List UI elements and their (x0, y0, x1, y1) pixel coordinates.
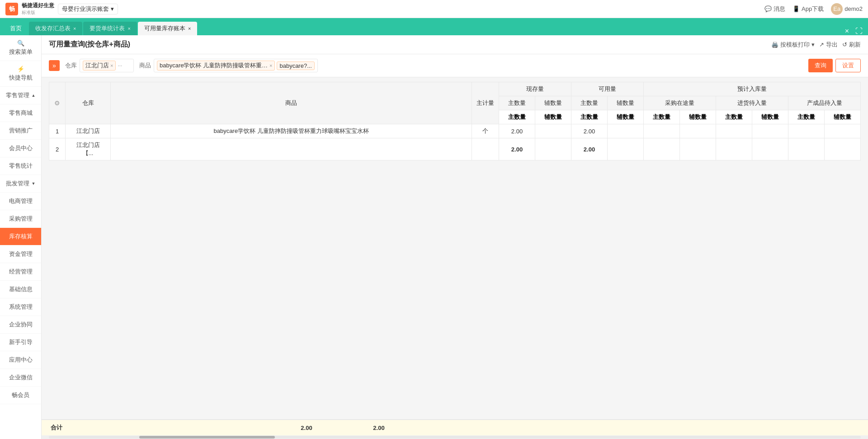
sidebar-item-wechat[interactable]: 企业微信 (0, 369, 41, 387)
settings-gear-icon[interactable]: ⚙ (54, 99, 60, 107)
th-unit: 主计量 (472, 82, 499, 124)
sidebar-item-operation[interactable]: 经营管理 (0, 263, 41, 281)
th-prod-main: 主数量 (788, 110, 825, 124)
row1-current-aux (535, 124, 571, 138)
sidebar-item-quick-nav[interactable]: ⚡ 快捷导航 (0, 61, 41, 87)
sidebar-item-finance[interactable]: 资金管理 (0, 245, 41, 263)
sidebar-item-member[interactable]: 畅会员 (0, 387, 41, 404)
refresh-btn[interactable]: ↺ 刷新 (842, 41, 861, 49)
query-button[interactable]: 查询 (808, 59, 833, 72)
sidebar-item-marketing[interactable]: 营销推广 (0, 122, 41, 140)
page-title: 可用量查询(按仓库+商品) (49, 40, 130, 49)
row2-avail-aux (608, 138, 644, 160)
filter-actions: 查询 设置 (808, 59, 861, 72)
tab-available-stock-close[interactable]: × (188, 26, 191, 31)
sidebar-item-search[interactable]: 🔍 搜索菜单 (0, 35, 41, 61)
warehouse-more[interactable]: ··· (118, 62, 122, 69)
industry-selector[interactable]: 母婴行业演示账套 ▾ (58, 4, 118, 14)
print-template-btn[interactable]: 🖨️ 按模板打印 ▾ (771, 41, 815, 49)
warehouse-tag-close[interactable]: × (110, 63, 113, 68)
sidebar-item-retail-mgmt[interactable]: 零售管理 ▲ (0, 87, 41, 104)
sidebar-item-retail-stat[interactable]: 零售统计 (0, 157, 41, 175)
row2-avail-main: 2.00 (571, 138, 608, 160)
scrollbar-track (49, 436, 861, 439)
th-purchase-transit: 采购在途量 (644, 96, 716, 110)
sidebar-item-app-center[interactable]: 应用中心 (0, 351, 41, 369)
tab-order-stat-close[interactable]: × (127, 26, 130, 31)
finance-label: 资金管理 (9, 250, 33, 258)
scrollbar-thumb[interactable] (139, 436, 275, 439)
tab-close-all-btn[interactable]: × (843, 27, 851, 35)
th-inbound-main: 主数量 (716, 110, 752, 124)
th-inbound-aux: 辅数量 (752, 110, 788, 124)
sidebar-item-purchase[interactable]: 采购管理 (0, 210, 41, 228)
th-current-stock: 现存量 (499, 82, 571, 96)
row2-prod-main (788, 138, 825, 160)
retail-stat-label: 零售统计 (9, 162, 33, 170)
th-settings[interactable]: ⚙ (49, 82, 66, 124)
logo-icon: 畅 (5, 3, 18, 15)
sidebar-item-basic-info[interactable]: 基础信息 (0, 281, 41, 298)
main-layout: 🔍 搜索菜单 ⚡ 快捷导航 零售管理 ▲ 零售商城 营销推广 会员中心 零售统计… (0, 35, 868, 439)
tab-receive-send-close[interactable]: × (73, 26, 76, 31)
row1-avail-aux (608, 124, 644, 138)
content-area: 可用量查询(按仓库+商品) 🖨️ 按模板打印 ▾ ↗ 导出 ↺ 刷新 » (42, 35, 868, 439)
tab-receive-send[interactable]: 收发存汇总表 × (29, 22, 82, 35)
message-icon: 💬 (764, 5, 772, 12)
new-guide-label: 新手引导 (9, 338, 33, 346)
download-icon: 📱 (793, 5, 800, 12)
product-tags[interactable]: babycare学饮杯 儿童防摔防撞吸管杯重力球吸嘴杯宝宝水杯 × babyca… (154, 59, 318, 72)
sidebar-item-member-center[interactable]: 会员中心 (0, 140, 41, 157)
row2-product (111, 138, 472, 160)
tab-fullscreen-btn[interactable]: ⛶ (854, 27, 864, 35)
top-bar-right: 💬 消息 📱 App下载 Ea demo2 (764, 3, 863, 15)
sidebar-item-enterprise[interactable]: 企业协同 (0, 316, 41, 334)
th-current-aux2: 辅数量 (535, 110, 571, 124)
sidebar-item-retail-mall[interactable]: 零售商城 (0, 104, 41, 122)
row2-purchase-main (644, 138, 680, 160)
row2-current-aux (535, 138, 571, 160)
app-center-label: 应用中心 (9, 356, 33, 364)
app-download-btn[interactable]: 📱 App下载 (793, 5, 824, 13)
export-btn[interactable]: ↗ 导出 (819, 41, 838, 49)
message-btn[interactable]: 💬 消息 (764, 5, 785, 13)
tab-available-stock[interactable]: 可用量库存账本 × (138, 22, 197, 35)
top-bar: 畅 畅捷通好生意 标准版 母婴行业演示账套 ▾ 💬 消息 📱 App下载 Ea … (0, 0, 868, 18)
filter-expand-btn[interactable]: » (49, 60, 60, 71)
sidebar-item-ecommerce[interactable]: 电商管理 (0, 193, 41, 210)
product-filter: 商品 babycare学饮杯 儿童防摔防撞吸管杯重力球吸嘴杯宝宝水杯 × bab… (139, 59, 318, 72)
tab-home[interactable]: 首页 (4, 22, 28, 35)
total-current-main: 2.00 (288, 425, 325, 431)
user-profile[interactable]: Ea demo2 (831, 3, 863, 15)
th-avail-aux2: 辅数量 (608, 110, 644, 124)
table-row: 1 江北门店 babycare学饮杯 儿童防摔防撞吸管杯重力球吸嘴杯宝宝水杯 个… (49, 124, 861, 138)
table-footer: 合计 2.00 2.00 (42, 419, 868, 435)
th-purchase-main: 主数量 (644, 110, 680, 124)
sidebar-item-system[interactable]: 系统管理 (0, 298, 41, 316)
sidebar-item-wholesale[interactable]: 批发管理 ▼ (0, 175, 41, 193)
filter-bar: » 仓库 江北门店 × ··· 商品 babycare学饮杯 儿童防摔防撞吸管杯… (42, 54, 868, 77)
product-tag-1: babycare学饮杯 儿童防摔防撞吸管杯重力球吸嘴杯宝宝水杯 × (157, 61, 275, 71)
footer-values: 2.00 2.00 (108, 425, 433, 431)
marketing-label: 营销推广 (9, 127, 33, 135)
search-icon: 🔍 (17, 40, 24, 47)
tab-order-stat-label: 要货单统计表 (90, 24, 125, 33)
setting-button[interactable]: 设置 (835, 59, 861, 72)
horizontal-scrollbar[interactable] (42, 435, 868, 439)
tab-bar-actions: × ⛶ (843, 27, 864, 35)
sidebar-item-inventory[interactable]: 库存核算 (0, 228, 41, 245)
system-label: 系统管理 (9, 303, 33, 311)
member-center-label: 会员中心 (9, 144, 33, 152)
operation-label: 经营管理 (9, 268, 33, 276)
row2-current-main: 2.00 (499, 138, 535, 160)
sidebar-item-new-guide[interactable]: 新手引导 (0, 334, 41, 351)
product-label: 商品 (139, 61, 151, 70)
tab-order-stat[interactable]: 要货单统计表 × (83, 22, 137, 35)
export-icon: ↗ (819, 41, 824, 48)
warehouse-tags[interactable]: 江北门店 × ··· (80, 59, 134, 72)
print-chevron-icon: ▾ (811, 41, 815, 48)
tab-receive-send-label: 收发存汇总表 (35, 24, 71, 33)
retail-mgmt-arrow-icon: ▲ (32, 93, 36, 98)
th-avail-main2: 主数量 (571, 110, 608, 124)
product-tag1-close[interactable]: × (269, 63, 272, 68)
